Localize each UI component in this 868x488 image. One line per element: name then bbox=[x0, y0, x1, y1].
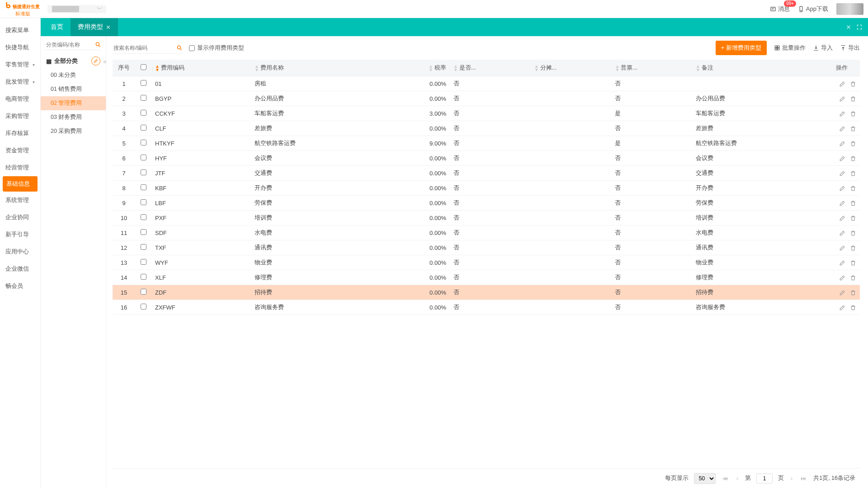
nav-item[interactable]: 快捷导航 bbox=[0, 39, 40, 56]
export-button[interactable]: 导出 bbox=[840, 44, 860, 52]
edit-icon[interactable] bbox=[839, 110, 845, 117]
category-item[interactable]: 03 财务费用 bbox=[41, 110, 106, 124]
company-select[interactable]: ﹀ bbox=[47, 5, 106, 13]
table-row[interactable]: 12TXF通讯费0.00%否否通讯费 bbox=[113, 240, 860, 255]
avatar[interactable] bbox=[836, 3, 863, 15]
row-checkbox[interactable] bbox=[141, 125, 146, 131]
col-name[interactable]: ▲▼费用名称 bbox=[251, 60, 382, 76]
delete-icon[interactable] bbox=[850, 304, 856, 311]
delete-icon[interactable] bbox=[850, 95, 856, 102]
nav-item[interactable]: 采购管理 bbox=[0, 108, 40, 125]
edit-icon[interactable] bbox=[839, 140, 845, 147]
search-icon[interactable] bbox=[176, 44, 183, 52]
nav-item[interactable]: 企业协同 bbox=[0, 209, 40, 226]
edit-icon[interactable] bbox=[839, 169, 845, 177]
tab-expense-type[interactable]: 费用类型 ✕ bbox=[71, 18, 118, 36]
delete-icon[interactable] bbox=[850, 140, 856, 147]
col-seq[interactable]: 序号 bbox=[113, 60, 135, 76]
delete-icon[interactable] bbox=[850, 169, 856, 177]
messages-button[interactable]: 消息 99+ bbox=[770, 5, 790, 13]
row-checkbox[interactable] bbox=[141, 304, 146, 310]
row-checkbox[interactable] bbox=[141, 140, 146, 145]
delete-icon[interactable] bbox=[850, 80, 856, 87]
row-checkbox[interactable] bbox=[141, 274, 146, 280]
table-row[interactable]: 8KBF开办费0.00%否否开办费 bbox=[113, 181, 860, 196]
col-share[interactable]: ▲▼分摊... bbox=[531, 60, 612, 76]
edit-icon[interactable] bbox=[839, 244, 845, 251]
delete-icon[interactable] bbox=[850, 214, 856, 221]
col-rate[interactable]: ▲▼税率 bbox=[382, 60, 450, 76]
nav-item[interactable]: 电商管理 bbox=[0, 90, 40, 108]
import-button[interactable]: 导入 bbox=[813, 44, 833, 52]
delete-icon[interactable] bbox=[850, 289, 856, 296]
edit-icon[interactable] bbox=[839, 229, 845, 236]
edit-icon[interactable] bbox=[839, 155, 845, 162]
edit-icon[interactable] bbox=[839, 214, 845, 221]
search-input[interactable] bbox=[113, 42, 183, 54]
fullscreen-icon[interactable] bbox=[856, 24, 863, 30]
row-checkbox[interactable] bbox=[141, 229, 146, 235]
delete-icon[interactable] bbox=[850, 259, 856, 266]
table-row[interactable]: 11SDF水电费0.00%否否水电费 bbox=[113, 225, 860, 240]
table-row[interactable]: 16ZXFWF咨询服务费0.00%否否咨询服务费 bbox=[113, 300, 860, 315]
edit-category-icon[interactable] bbox=[91, 56, 100, 66]
batch-button[interactable]: 批量操作 bbox=[774, 44, 806, 52]
table-row[interactable]: 10PXF培训费0.00%否否培训费 bbox=[113, 211, 860, 225]
app-download-button[interactable]: App下载 bbox=[798, 5, 828, 13]
delete-icon[interactable] bbox=[850, 155, 856, 162]
category-search-input[interactable] bbox=[45, 40, 101, 50]
table-row[interactable]: 9LBF劳保费0.00%否否劳保费 bbox=[113, 196, 860, 211]
table-row[interactable]: 101房租0.00%否否 bbox=[113, 76, 860, 91]
delete-icon[interactable] bbox=[850, 184, 856, 192]
row-checkbox[interactable] bbox=[141, 214, 146, 220]
edit-icon[interactable] bbox=[839, 259, 845, 266]
col-checkbox[interactable] bbox=[135, 60, 151, 76]
edit-icon[interactable] bbox=[839, 184, 845, 192]
edit-icon[interactable] bbox=[839, 274, 845, 281]
delete-icon[interactable] bbox=[850, 229, 856, 236]
collapse-icon[interactable]: « bbox=[103, 58, 107, 65]
tab-close-all-icon[interactable] bbox=[845, 24, 852, 30]
nav-item[interactable]: 资金管理 bbox=[0, 142, 40, 159]
prev-page-icon[interactable]: ‹ bbox=[735, 475, 740, 482]
category-item[interactable]: 02 管理费用 bbox=[41, 96, 106, 110]
close-icon[interactable]: ✕ bbox=[106, 24, 111, 31]
col-voucher[interactable]: ▲▼普票... bbox=[611, 60, 692, 76]
edit-icon[interactable] bbox=[839, 95, 845, 102]
table-row[interactable]: 14XLF修理费0.00%否否修理费 bbox=[113, 270, 860, 285]
table-row[interactable]: 2BGYP办公用品费0.00%否否办公用品费 bbox=[113, 91, 860, 106]
search-icon[interactable] bbox=[95, 41, 101, 48]
row-checkbox[interactable] bbox=[141, 169, 146, 175]
row-checkbox[interactable] bbox=[141, 155, 146, 160]
table-row[interactable]: 4CLF差旅费0.00%否否差旅费 bbox=[113, 121, 860, 136]
nav-item[interactable]: 经营管理 bbox=[0, 159, 40, 176]
row-checkbox[interactable] bbox=[141, 95, 146, 101]
table-row[interactable]: 3CCKYF车船客运费3.00%否是车船客运费 bbox=[113, 106, 860, 121]
category-all[interactable]: ▦ 全部分类 bbox=[41, 54, 106, 68]
col-code[interactable]: ▲▼费用编码 bbox=[151, 60, 251, 76]
category-item[interactable]: 20 采购费用 bbox=[41, 124, 106, 138]
add-button[interactable]: + 新增费用类型 bbox=[716, 41, 767, 55]
row-checkbox[interactable] bbox=[141, 199, 146, 205]
nav-item[interactable]: 基础信息 bbox=[3, 176, 38, 192]
edit-icon[interactable] bbox=[839, 304, 845, 311]
nav-item[interactable]: 系统管理 bbox=[0, 192, 40, 209]
delete-icon[interactable] bbox=[850, 274, 856, 281]
nav-item[interactable]: 企业微信 bbox=[0, 260, 40, 277]
show-disabled-checkbox[interactable]: 显示停用费用类型 bbox=[189, 44, 244, 52]
row-checkbox[interactable] bbox=[141, 184, 146, 190]
edit-icon[interactable] bbox=[839, 199, 845, 206]
first-page-icon[interactable]: ⏮ bbox=[721, 475, 730, 482]
last-page-icon[interactable]: ⏭ bbox=[799, 475, 808, 482]
nav-item[interactable]: 库存核算 bbox=[0, 125, 40, 142]
table-row[interactable]: 6HYF会议费0.00%否否会议费 bbox=[113, 151, 860, 166]
nav-item[interactable]: 搜索菜单 bbox=[0, 22, 40, 39]
delete-icon[interactable] bbox=[850, 199, 856, 206]
next-page-icon[interactable]: › bbox=[789, 475, 794, 482]
nav-item[interactable]: 畅会员 bbox=[0, 277, 40, 295]
table-row[interactable]: 7JTF交通费0.00%否否交通费 bbox=[113, 166, 860, 181]
page-size-select[interactable]: 50 bbox=[694, 473, 716, 484]
nav-item[interactable]: 零售管理▾ bbox=[0, 56, 40, 73]
nav-item[interactable]: 批发管理▾ bbox=[0, 73, 40, 90]
delete-icon[interactable] bbox=[850, 110, 856, 117]
